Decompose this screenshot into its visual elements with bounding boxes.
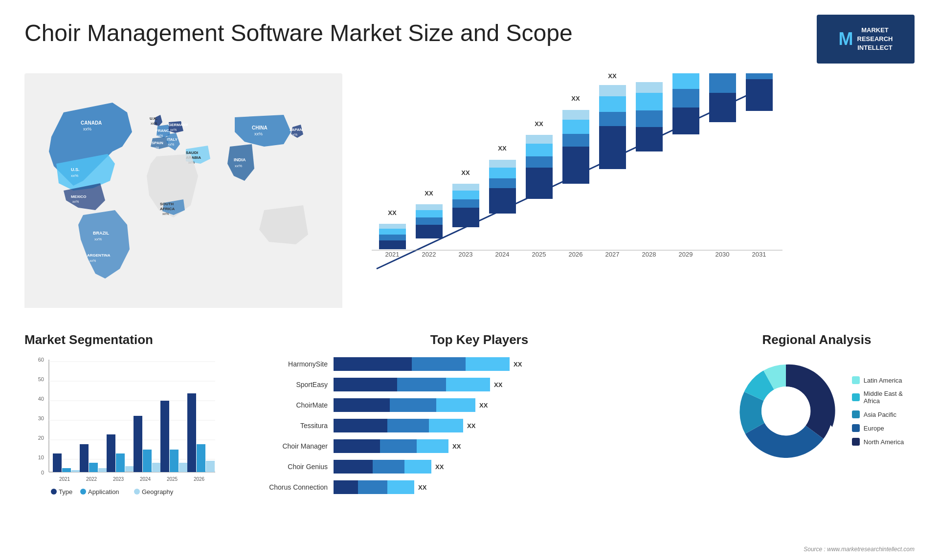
- svg-rect-63: [526, 144, 553, 156]
- svg-text:2021: 2021: [59, 476, 70, 482]
- svg-text:2027: 2027: [605, 251, 620, 258]
- svg-rect-73: [599, 126, 626, 169]
- player-row: Choir Manager XX: [249, 439, 709, 453]
- top-content: CANADA xx% U.S. xx% MEXICO xx% BRAZIL xx…: [24, 73, 915, 323]
- svg-rect-122: [98, 468, 107, 472]
- player-value: XX: [452, 443, 461, 450]
- legend-item-europe: Europe: [852, 424, 904, 432]
- svg-text:50: 50: [38, 376, 44, 382]
- key-players-section: Top Key Players HarmonySite XX SportEasy: [230, 332, 719, 508]
- legend-item-apac: Asia Pacific: [852, 410, 904, 418]
- logo-line3: INTELLECT: [857, 43, 893, 52]
- player-value: XX: [514, 361, 522, 368]
- svg-text:SPAIN: SPAIN: [152, 141, 163, 145]
- segmentation-section: Market Segmentation 60 50 40 30 20 10 0: [24, 332, 230, 508]
- svg-text:2025: 2025: [532, 251, 546, 258]
- svg-rect-134: [179, 463, 188, 472]
- player-row: Choir Genius XX: [249, 460, 709, 474]
- player-value: XX: [479, 402, 488, 409]
- logo-line2: RESEARCH: [857, 35, 893, 43]
- svg-rect-81: [636, 110, 663, 127]
- svg-rect-62: [526, 156, 553, 168]
- svg-rect-120: [80, 444, 89, 472]
- svg-text:Geography: Geography: [142, 488, 174, 495]
- legend-label: Latin America: [864, 377, 902, 384]
- svg-rect-74: [599, 112, 626, 126]
- svg-text:2024: 2024: [140, 476, 151, 482]
- svg-rect-68: [562, 134, 589, 147]
- svg-text:2031: 2031: [752, 251, 766, 258]
- svg-text:10: 10: [38, 454, 44, 460]
- svg-text:2023: 2023: [113, 476, 124, 482]
- svg-rect-70: [562, 110, 589, 120]
- svg-rect-44: [416, 217, 443, 225]
- header: Choir Management Software Market Size an…: [24, 15, 915, 64]
- svg-text:BRAZIL: BRAZIL: [93, 231, 109, 236]
- svg-rect-124: [107, 434, 115, 472]
- player-bar: [334, 378, 490, 391]
- svg-text:xx%: xx%: [94, 237, 102, 241]
- player-name: Choir Genius: [249, 463, 328, 471]
- svg-rect-49: [452, 208, 479, 227]
- svg-rect-83: [636, 82, 663, 93]
- svg-text:xx%: xx%: [168, 143, 174, 146]
- player-bar: [334, 357, 510, 371]
- svg-rect-76: [599, 85, 626, 96]
- legend-color: [852, 424, 860, 432]
- legend-item-na: North America: [852, 438, 904, 446]
- svg-rect-57: [489, 168, 516, 178]
- svg-rect-96: [746, 73, 773, 79]
- svg-text:xx%: xx%: [156, 134, 163, 137]
- svg-rect-121: [89, 463, 98, 472]
- svg-text:2026: 2026: [569, 251, 583, 258]
- svg-rect-64: [526, 135, 553, 144]
- svg-text:SOUTH: SOUTH: [160, 202, 174, 206]
- svg-rect-55: [489, 188, 516, 214]
- svg-rect-80: [636, 127, 663, 151]
- svg-rect-69: [562, 120, 589, 134]
- donut-container: Latin America Middle East &Africa Asia P…: [719, 355, 915, 467]
- legend-color: [852, 393, 860, 401]
- regional-title: Regional Analysis: [719, 332, 915, 347]
- legend-label: Asia Pacific: [864, 411, 896, 418]
- player-value: XX: [494, 381, 502, 388]
- page-container: Choir Management Software Market Size an…: [0, 0, 939, 560]
- svg-point-144: [134, 489, 140, 495]
- player-name: Choir Manager: [249, 442, 328, 450]
- segmentation-title: Market Segmentation: [24, 332, 230, 347]
- player-bar-container: XX: [334, 378, 709, 391]
- svg-text:XX: XX: [461, 169, 470, 176]
- legend-label: Europe: [864, 425, 884, 432]
- svg-text:ITALY: ITALY: [167, 137, 178, 142]
- svg-text:2029: 2029: [679, 251, 693, 258]
- svg-text:2022: 2022: [86, 476, 97, 482]
- svg-text:CANADA: CANADA: [81, 120, 102, 126]
- svg-rect-58: [489, 160, 516, 168]
- svg-text:GERMANY: GERMANY: [168, 123, 189, 127]
- svg-rect-56: [489, 178, 516, 188]
- svg-text:U.K.: U.K.: [150, 116, 157, 121]
- player-name: SportEasy: [249, 381, 328, 388]
- svg-text:xx%: xx%: [170, 128, 177, 131]
- logo-line1: MARKET: [857, 26, 893, 35]
- player-name: Chorus Connection: [249, 483, 328, 491]
- source-line: Source : www.marketresearchintellect.com: [804, 546, 915, 553]
- svg-rect-118: [71, 470, 80, 472]
- legend-item-mea: Middle East &Africa: [852, 390, 904, 405]
- svg-text:2023: 2023: [459, 251, 473, 258]
- svg-text:xx%: xx%: [83, 127, 91, 131]
- svg-text:XX: XX: [608, 73, 617, 80]
- player-bar: [334, 419, 463, 432]
- legend-color: [852, 410, 860, 418]
- player-name: Tessitura: [249, 422, 328, 430]
- svg-text:30: 30: [38, 415, 44, 421]
- svg-text:XX: XX: [498, 145, 507, 152]
- donut-legend: Latin America Middle East &Africa Asia P…: [852, 376, 904, 446]
- player-name: ChoirMate: [249, 401, 328, 409]
- page-title: Choir Management Software Market Size an…: [24, 20, 573, 46]
- legend-label: North America: [864, 438, 904, 446]
- svg-point-146: [761, 387, 810, 435]
- player-value: XX: [418, 484, 426, 491]
- svg-text:xx%: xx%: [254, 131, 263, 136]
- svg-text:2024: 2024: [495, 251, 510, 258]
